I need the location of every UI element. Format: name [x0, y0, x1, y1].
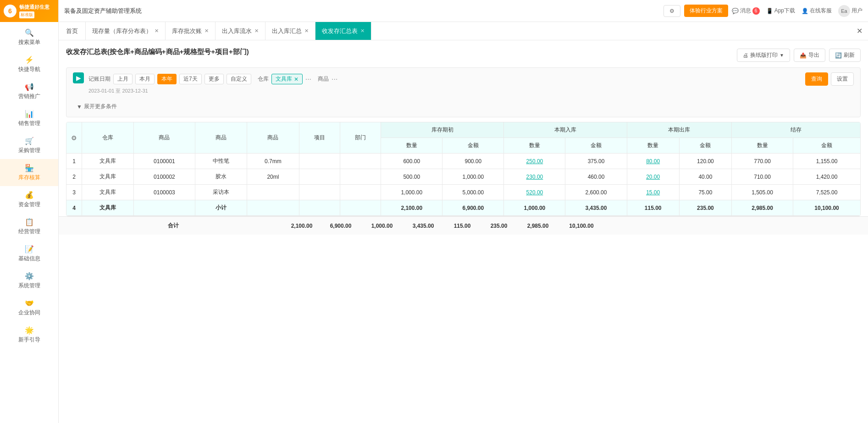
- col-spec-header: 商品: [247, 122, 299, 154]
- sidebar-item-inventory[interactable]: 🏪 库存核算: [0, 159, 58, 186]
- print-icon: 🖨: [743, 52, 748, 59]
- sidebar-item-purchase[interactable]: 🛒 采购管理: [0, 132, 58, 159]
- sidebar-item-finance[interactable]: 💰 资金管理: [0, 186, 58, 213]
- sidebar-item-label: 快捷导航: [18, 66, 40, 73]
- goods-ellipsis[interactable]: ···: [332, 75, 337, 83]
- date-current-year-btn[interactable]: 本年: [157, 74, 177, 84]
- col-in-qty-header: 数量: [504, 138, 565, 154]
- row-opening-qty: 2,100.00: [381, 200, 442, 216]
- row-opening-qty: 600.00: [381, 154, 442, 169]
- sidebar-item-sales[interactable]: 📊 销售管理: [0, 105, 58, 132]
- row-spec: 0.7mm: [247, 154, 299, 169]
- app-download-button[interactable]: 📱 App下载: [766, 7, 795, 15]
- date-custom-btn[interactable]: 自定义: [227, 74, 251, 84]
- sidebar-item-basic-info[interactable]: 📝 基础信息: [0, 240, 58, 267]
- page-content: 收发存汇总表(按仓库+商品编码+商品+规格型号+项目+部门) 🖨 换纸版打印 ▼…: [59, 40, 868, 423]
- row-in-qty-link[interactable]: 520.00: [526, 189, 543, 196]
- table-row: 2文具库0100002胶水20ml500.001,000.00230.00460…: [66, 169, 860, 185]
- row-out-qty-link[interactable]: 80.00: [646, 158, 660, 165]
- date-prev-month-btn[interactable]: 上月: [113, 74, 133, 84]
- row-out-qty[interactable]: 15.00: [627, 185, 679, 200]
- online-service-button[interactable]: 👤 在线客服: [802, 7, 832, 15]
- refresh-button[interactable]: 🔄 刷新: [829, 49, 861, 62]
- warehouse-tag[interactable]: 文具库 ✕: [271, 74, 303, 84]
- table-row: 4文具库小计2,100.006,900.001,000.003,435.0011…: [66, 200, 860, 216]
- sidebar-item-operation[interactable]: 📋 经营管理: [0, 213, 58, 240]
- sidebar-item-search[interactable]: 🔍 搜索菜单: [0, 24, 58, 51]
- tab-close-batch-ledger[interactable]: ✕: [205, 28, 209, 34]
- sales-icon: 📊: [25, 110, 34, 118]
- sidebar-item-guide[interactable]: 🌟 新手引导: [0, 321, 58, 348]
- sidebar-item-quick-nav[interactable]: ⚡ 快捷导航: [0, 51, 58, 78]
- tab-close-in-out-summary[interactable]: ✕: [304, 28, 309, 34]
- user-avatar[interactable]: Ea 用户: [838, 5, 862, 17]
- col-opening-amt-header: 金额: [442, 138, 504, 154]
- date-more-btn[interactable]: 更多: [205, 74, 224, 84]
- tab-home[interactable]: 首页: [59, 22, 86, 40]
- row-in-qty[interactable]: 520.00: [504, 185, 565, 200]
- row-out-amt: 120.00: [679, 154, 731, 169]
- row-in-qty[interactable]: 250.00: [504, 154, 565, 169]
- filter-expand-button[interactable]: ▶: [73, 72, 84, 83]
- row-out-qty-link[interactable]: 20.00: [646, 174, 660, 180]
- total-opening-qty: 2,100.00: [283, 223, 320, 229]
- filter-settings-button[interactable]: 设置: [831, 72, 854, 86]
- col-settings-icon[interactable]: ⚙: [71, 134, 77, 142]
- data-table-wrapper: ⚙ 仓库 商品 商品 商品 项目 部门 库存期初 本期入库 本期出库 结存: [66, 122, 861, 216]
- date-current-month-btn[interactable]: 本月: [135, 74, 155, 84]
- warehouse-tag-remove[interactable]: ✕: [294, 76, 299, 82]
- tab-in-out-summary[interactable]: 出入库汇总 ✕: [265, 22, 315, 40]
- sidebar-item-label: 资金管理: [18, 201, 40, 209]
- tab-recv-send-summary[interactable]: 收发存汇总表 ✕: [315, 22, 371, 40]
- export-button[interactable]: 📤 导出: [794, 49, 825, 62]
- print-button[interactable]: 🖨 换纸版打印 ▼: [737, 49, 790, 62]
- tab-inventory-dist[interactable]: 现存量（库存分布表） ✕: [86, 22, 166, 40]
- row-in-qty[interactable]: 230.00: [504, 169, 565, 185]
- row-in-qty-link[interactable]: 230.00: [526, 174, 543, 180]
- row-out-qty-link[interactable]: 15.00: [646, 189, 660, 196]
- marketing-icon: 📢: [25, 82, 34, 91]
- tabs-bar: 首页 现存量（库存分布表） ✕ 库存批次账 ✕ 出入库流水 ✕ 出入库汇总 ✕ …: [59, 22, 868, 40]
- total-bar: 合计 2,100.00 6,900.00 1,000.00 3,435.00 1…: [59, 216, 868, 235]
- col-settings-header[interactable]: ⚙: [66, 122, 82, 154]
- date-last7-btn[interactable]: 近7天: [179, 74, 202, 84]
- row-code: 0100002: [133, 169, 195, 185]
- download-icon: 📱: [766, 8, 773, 14]
- settings-button[interactable]: ⚙: [663, 5, 680, 17]
- page-title: 收发存汇总表(按仓库+商品编码+商品+规格型号+项目+部门): [66, 48, 249, 56]
- export-icon: 📤: [800, 52, 807, 59]
- row-dept: [340, 169, 381, 185]
- row-in-qty-link[interactable]: 250.00: [526, 158, 543, 165]
- tab-batch-ledger[interactable]: 库存批次账 ✕: [166, 22, 216, 40]
- tab-close-recv-send-summary[interactable]: ✕: [360, 28, 365, 34]
- col-opening-qty-header: 数量: [381, 138, 442, 154]
- expand-more-button[interactable]: ▼ 展开更多条件: [73, 101, 121, 112]
- message-button[interactable]: 💬 消息 6: [732, 7, 760, 15]
- table-row: 1文具库0100001中性笔0.7mm600.00900.00250.00375…: [66, 154, 860, 169]
- query-button[interactable]: 查询: [805, 72, 828, 86]
- trial-button[interactable]: 体验行业方案: [684, 5, 728, 17]
- row-out-amt: 235.00: [679, 200, 731, 216]
- row-out-qty[interactable]: 20.00: [627, 169, 679, 185]
- row-opening-amt: 6,900.00: [442, 200, 504, 216]
- total-out-amt: 235.00: [481, 223, 517, 229]
- total-closing-qty: 2,985.00: [517, 223, 558, 229]
- sidebar-item-marketing[interactable]: 📢 营销推广: [0, 78, 58, 105]
- sidebar-item-label: 采购管理: [18, 147, 40, 154]
- col-warehouse-header: 仓库: [82, 122, 134, 154]
- goods-label: 商品: [318, 75, 329, 83]
- sidebar-item-enterprise[interactable]: 🤝 企业协同: [0, 294, 58, 321]
- row-warehouse: 文具库: [82, 154, 134, 169]
- refresh-icon: 🔄: [835, 52, 842, 59]
- row-closing-amt: 1,420.00: [793, 169, 860, 185]
- row-goods: 中性笔: [195, 154, 247, 169]
- tab-close-inventory-dist[interactable]: ✕: [155, 28, 159, 34]
- tab-close-in-out-flow[interactable]: ✕: [254, 28, 259, 34]
- tab-in-out-flow[interactable]: 出入库流水 ✕: [216, 22, 265, 40]
- warehouse-ellipsis[interactable]: ···: [305, 75, 311, 83]
- close-all-tabs-button[interactable]: ✕: [851, 27, 868, 35]
- row-opening-qty: 500.00: [381, 169, 442, 185]
- sidebar-item-system[interactable]: ⚙️ 系统管理: [0, 267, 58, 294]
- row-out-qty[interactable]: 80.00: [627, 154, 679, 169]
- basic-info-icon: 📝: [25, 245, 34, 253]
